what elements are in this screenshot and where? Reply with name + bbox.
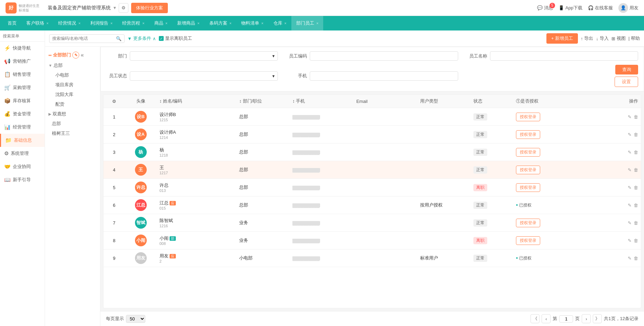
delete-button[interactable]: 🗑	[634, 132, 638, 137]
tab-history[interactable]: 经营历程×	[117, 16, 149, 30]
add-employee-button[interactable]: + 新增员工	[546, 33, 578, 44]
authorize-button[interactable]: 授权登录	[516, 236, 540, 245]
dept-item-peihuo[interactable]: 配货	[45, 99, 100, 109]
show-resigned-checkbox[interactable]: ✓ 显示离职员工	[159, 35, 192, 42]
app-download-button[interactable]: 📱 App下载	[559, 5, 582, 11]
authorize-button[interactable]: 授权登录	[516, 130, 540, 139]
search-box[interactable]: 🔍	[49, 34, 125, 43]
first-page-button[interactable]: 《	[530, 314, 539, 323]
import-button[interactable]: ↓ 导入	[596, 35, 609, 42]
per-page-select[interactable]: 50 100	[126, 315, 145, 323]
tab-dept-staff[interactable]: 部门员工×	[291, 16, 323, 30]
sidebar-item-sales[interactable]: 📋 销售管理	[0, 68, 45, 81]
settings-button[interactable]: ⚙	[119, 3, 128, 13]
tab-goods[interactable]: 商品×	[149, 16, 172, 30]
sidebar-item-finance[interactable]: 💰 资金管理	[0, 107, 45, 121]
dept-item-project[interactable]: 项目库房	[45, 80, 100, 90]
more-filter-button[interactable]: ▼ 更多条件 ∧	[127, 35, 156, 42]
close-icon[interactable]: ×	[229, 21, 232, 25]
last-page-button[interactable]: 》	[593, 314, 602, 323]
tab-customer[interactable]: 客户联络×	[21, 16, 53, 30]
view-button[interactable]: ⊞ 视图	[611, 35, 626, 42]
dept-filter-select[interactable]: ▾	[130, 51, 278, 61]
prev-page-button[interactable]: ‹	[542, 314, 551, 323]
edit-button[interactable]: ✎	[628, 256, 632, 261]
close-icon[interactable]: ×	[78, 21, 80, 25]
page-input[interactable]	[559, 315, 573, 323]
close-icon[interactable]: ×	[284, 21, 287, 25]
sidebar-item-marketing[interactable]: 📢 营销推广	[0, 55, 45, 68]
dropdown-arrow-icon[interactable]: ▾	[114, 5, 116, 10]
tab-operation[interactable]: 经营情况×	[53, 16, 85, 30]
close-icon[interactable]: ×	[46, 21, 48, 25]
authorize-button[interactable]: 授权登录	[516, 166, 540, 174]
dept-group-zongbu[interactable]: 总部	[45, 119, 100, 129]
edit-button[interactable]: ✎	[628, 114, 632, 120]
status-filter-select[interactable]: ▾	[130, 71, 278, 81]
close-icon[interactable]: ×	[142, 21, 144, 25]
trial-button[interactable]: 体验行业方案	[131, 3, 168, 13]
edit-button[interactable]: ✎	[628, 132, 632, 137]
phone-filter-input[interactable]	[310, 71, 458, 81]
search-input[interactable]	[52, 36, 115, 41]
dept-item-xiaodian[interactable]: 小电部	[45, 70, 100, 80]
edit-button[interactable]: ✎	[628, 185, 632, 190]
sidebar-item-system[interactable]: ⚙ 系统管理	[0, 147, 45, 160]
delete-button[interactable]: 🗑	[634, 256, 638, 261]
delete-button[interactable]: 🗑	[634, 185, 638, 190]
edit-button[interactable]: ✎	[628, 150, 632, 155]
tab-home[interactable]: 首页	[3, 16, 21, 30]
col-header-dept[interactable]: ↕ 部门/职位	[236, 95, 290, 108]
sidebar-item-base[interactable]: 📁 基础信息	[0, 134, 45, 147]
dept-collapse-button[interactable]: «	[81, 52, 84, 58]
sidebar-item-quick[interactable]: ⚡ 快捷导航	[0, 42, 45, 55]
delete-button[interactable]: 🗑	[634, 203, 638, 208]
empname-filter-input[interactable]	[490, 51, 638, 61]
close-icon[interactable]: ×	[110, 21, 112, 25]
col-header-settings[interactable]: ⚙	[103, 95, 125, 108]
delete-button[interactable]: 🗑	[634, 220, 638, 226]
authorize-button[interactable]: 授权登录	[516, 113, 540, 121]
authorize-button[interactable]: 授权登录	[516, 183, 540, 192]
authorize-button[interactable]: 授权登录	[516, 148, 540, 157]
edit-button[interactable]: ✎	[628, 220, 632, 226]
dept-group-shuanglu[interactable]: ▶ 双鹿想	[45, 109, 100, 119]
tab-barcode[interactable]: 条码方案×	[205, 16, 236, 30]
delete-button[interactable]: 🗑	[634, 238, 638, 243]
close-icon[interactable]: ×	[261, 21, 263, 25]
help-button[interactable]: | 帮助	[628, 35, 640, 42]
sidebar-item-guide[interactable]: 📖 新手引导	[0, 173, 45, 186]
delete-button[interactable]: 🗑	[634, 114, 638, 120]
dept-item-shenyang[interactable]: 沈阳大库	[45, 90, 100, 99]
delete-button[interactable]: 🗑	[634, 150, 638, 155]
edit-button[interactable]: ✎	[628, 203, 632, 208]
next-page-button[interactable]: ›	[582, 314, 591, 323]
close-icon[interactable]: ×	[197, 21, 199, 25]
empcode-filter-input[interactable]	[310, 51, 458, 61]
sidebar-item-inventory[interactable]: 📦 库存核算	[0, 94, 45, 107]
dept-edit-icon[interactable]: ✎	[72, 52, 79, 59]
export-button[interactable]: ↑ 导出	[581, 35, 593, 42]
user-menu-button[interactable]: 👤 用友	[618, 3, 638, 13]
message-button[interactable]: 💬 消息 5	[537, 5, 553, 11]
tab-profit[interactable]: 利润报告×	[85, 16, 117, 30]
sidebar-item-purchase[interactable]: 🛒 采购管理	[0, 81, 45, 94]
sidebar-item-business[interactable]: 📊 经营管理	[0, 121, 45, 134]
dept-item-zhi[interactable]: 植树王三	[45, 129, 100, 138]
query-button[interactable]: 查询	[615, 65, 638, 74]
set-button[interactable]: 设置	[615, 77, 638, 87]
edit-button[interactable]: ✎	[628, 238, 632, 243]
close-icon[interactable]: ×	[165, 21, 167, 25]
online-service-button[interactable]: 🎧 在线客服	[588, 5, 613, 11]
sidebar-item-collab[interactable]: 🤝 企业协同	[0, 160, 45, 173]
delete-button[interactable]: 🗑	[634, 167, 638, 173]
col-header-phone[interactable]: ↕ 手机	[290, 95, 354, 108]
authorize-button[interactable]: 授权登录	[516, 219, 540, 227]
tab-bom[interactable]: 物料清单×	[236, 16, 268, 30]
edit-button[interactable]: ✎	[628, 167, 632, 173]
search-input[interactable]	[3, 34, 45, 38]
tab-add-goods[interactable]: 新增商品×	[172, 16, 204, 30]
tab-warehouse[interactable]: 仓库×	[269, 16, 291, 30]
sidebar-search[interactable]: 🔍	[0, 30, 45, 42]
col-header-name[interactable]: ↕ 姓名/编码	[157, 95, 237, 108]
